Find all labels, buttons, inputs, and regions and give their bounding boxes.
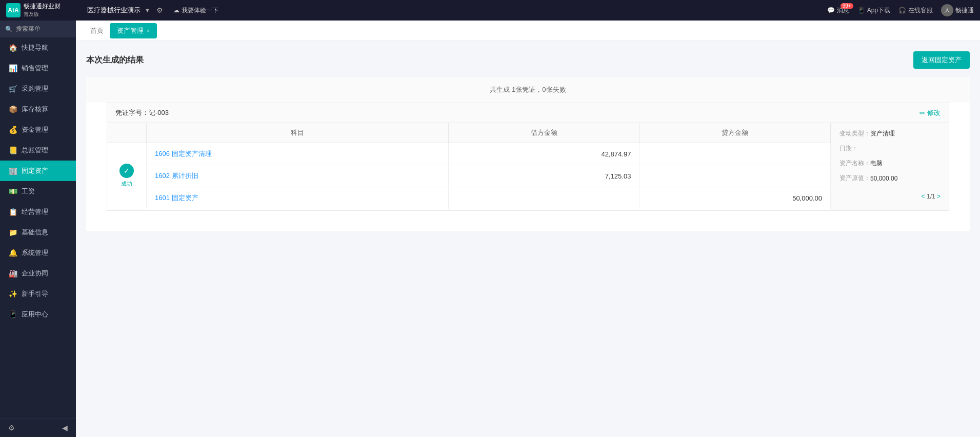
subject-cell: 1601 固定资产 — [147, 187, 449, 209]
message-btn[interactable]: 💬 消息 99+ — [827, 6, 849, 15]
content-area: 首页 资产管理 × 本次生成的结果 返回固定资产 共生成 1张凭证，0张失败 — [76, 21, 980, 437]
system-icon: 🔔 — [8, 249, 17, 257]
status-cell: ✓ 成功 — [107, 143, 147, 209]
top-header: AtA 畅捷通好业财 普及版 医疗器械行业演示 ▼ ⚙ ☁ 我要体验一下 💬 消… — [0, 0, 980, 21]
sidebar-item-basic-info[interactable]: 📁 基础信息 — [0, 222, 76, 243]
app-icon: 📱 — [857, 7, 865, 14]
return-fixed-assets-button[interactable]: 返回固定资产 — [913, 51, 970, 69]
search-icon: 🔍 — [5, 26, 13, 33]
sidebar-search[interactable]: 🔍 搜索菜单 — [0, 21, 76, 37]
subject-link[interactable]: 1601 固定资产 — [155, 194, 198, 202]
change-type-row: 变动类型： 资产清理 — [839, 129, 941, 138]
page-content: 本次生成的结果 返回固定资产 共生成 1张凭证，0张失败 凭证字号：记-003 — [76, 41, 980, 437]
experience-btn[interactable]: ☁ 我要体验一下 — [173, 6, 218, 15]
header-right: 💬 消息 99+ 📱 App下载 🎧 在线客服 人 畅捷通 — [827, 4, 974, 16]
sidebar-item-guide[interactable]: ✨ 新手引导 — [0, 284, 76, 304]
success-status: ✓ 成功 — [115, 160, 138, 192]
voucher-table: 科目 借方金额 贷方金额 — [107, 123, 831, 209]
online-service-btn[interactable]: 🎧 在线客服 — [898, 6, 933, 15]
page-title: 本次生成的结果 — [86, 55, 144, 66]
credit-cell: 50,000.00 — [639, 187, 831, 209]
sidebar-item-system[interactable]: 🔔 系统管理 — [0, 243, 76, 263]
app-download-btn[interactable]: 📱 App下载 — [857, 6, 890, 15]
col-status — [107, 123, 147, 143]
voucher-header: 凭证字号：记-003 ✏ 修改 — [107, 103, 949, 123]
result-panel: 共生成 1张凭证，0张失败 凭证字号：记-003 ✏ 修改 — [86, 77, 970, 231]
experience-icon: ☁ — [173, 7, 179, 14]
col-debit-header: 借方金额 — [448, 123, 639, 143]
tab-home[interactable]: 首页 — [84, 26, 110, 35]
sidebar-item-operations[interactable]: 📋 经营管理 — [0, 202, 76, 222]
inventory-icon: 📦 — [8, 105, 17, 113]
table-row: 1601 固定资产 50,000.00 — [107, 187, 831, 209]
subject-cell: 1602 累计折旧 — [147, 165, 449, 187]
date-row: 日期： — [839, 144, 941, 153]
sidebar-item-app-center[interactable]: 📱 应用中心 — [0, 304, 76, 325]
sidebar-item-purchase[interactable]: 🛒 采购管理 — [0, 78, 76, 99]
summary-bar: 共生成 1张凭证，0张失败 — [86, 77, 970, 103]
tab-asset-management[interactable]: 资产管理 × — [110, 23, 157, 38]
enterprise-icon: 🏭 — [8, 269, 17, 277]
tab-close-icon[interactable]: × — [147, 28, 150, 34]
asset-value-row: 资产原值： 50,000.00 — [839, 174, 941, 183]
voucher-main: 科目 借方金额 贷方金额 — [107, 123, 831, 210]
message-icon: 💬 — [827, 7, 835, 14]
sidebar-item-quick-nav[interactable]: 🏠 快捷导航 — [0, 37, 76, 58]
col-credit-header: 贷方金额 — [639, 123, 831, 143]
page-indicator: 1/1 — [927, 193, 937, 200]
header-middle: 医疗器械行业演示 ▼ ⚙ ☁ 我要体验一下 — [82, 6, 827, 15]
voucher-body: 科目 借方金额 贷方金额 — [107, 123, 949, 210]
logo-icon: AtA — [6, 3, 21, 17]
service-icon: 🎧 — [898, 7, 906, 14]
logo-area: AtA 畅捷通好业财 普及版 — [6, 3, 82, 18]
table-row: ✓ 成功 1606 固定资产清理 — [107, 143, 831, 165]
asset-name-value: 电脑 — [870, 159, 883, 168]
tab-bar: 首页 资产管理 × — [76, 21, 980, 41]
sidebar-item-salary[interactable]: 💵 工资 — [0, 181, 76, 202]
success-label: 成功 — [121, 180, 132, 188]
sidebar-item-inventory[interactable]: 📦 库存核算 — [0, 99, 76, 120]
debit-cell: 7,125.03 — [448, 165, 639, 187]
voucher-side-info: 变动类型： 资产清理 日期： 资产名称： 电脑 — [831, 123, 949, 210]
operations-icon: 📋 — [8, 208, 17, 216]
prev-page-icon[interactable]: < — [922, 193, 925, 200]
asset-original-value: 50,000.00 — [870, 175, 897, 182]
message-badge: 99+ — [841, 3, 853, 9]
bottom-settings-icon[interactable]: ⚙ — [8, 424, 15, 432]
logo-sub: 普及版 — [24, 11, 61, 18]
credit-cell — [639, 143, 831, 165]
sidebar-item-fund[interactable]: 💰 资金管理 — [0, 120, 76, 140]
basic-info-icon: 📁 — [8, 228, 17, 236]
sales-icon: 📊 — [8, 64, 17, 72]
sidebar: 🔍 搜索菜单 🏠 快捷导航 📊 销售管理 🛒 采购管理 📦 库存核算 💰 资金管… — [0, 21, 76, 437]
table-row: 1602 累计折旧 7,125.03 — [107, 165, 831, 187]
subject-link[interactable]: 1602 累计折旧 — [155, 172, 198, 180]
asset-name-row: 资产名称： 电脑 — [839, 159, 941, 168]
edit-icon: ✏ — [919, 109, 925, 117]
company-name: 医疗器械行业演示 — [87, 6, 141, 15]
guide-icon: ✨ — [8, 290, 17, 298]
company-dropdown-icon[interactable]: ▼ — [145, 7, 150, 13]
pagination: < 1/1 > — [839, 189, 941, 204]
sidebar-item-enterprise[interactable]: 🏭 企业协同 — [0, 263, 76, 284]
credit-cell — [639, 165, 831, 187]
success-icon: ✓ — [119, 164, 134, 178]
avatar: 人 — [941, 4, 953, 16]
settings-icon[interactable]: ⚙ — [156, 6, 163, 14]
main-layout: 🔍 搜索菜单 🏠 快捷导航 📊 销售管理 🛒 采购管理 📦 库存核算 💰 资金管… — [0, 21, 980, 437]
sidebar-item-ledger[interactable]: 📒 总账管理 — [0, 140, 76, 161]
voucher-number: 凭证字号：记-003 — [115, 108, 169, 117]
sidebar-item-sales[interactable]: 📊 销售管理 — [0, 58, 76, 78]
col-subject-header: 科目 — [147, 123, 449, 143]
collapse-icon[interactable]: ◀ — [62, 424, 68, 432]
purchase-icon: 🛒 — [8, 85, 17, 93]
sidebar-item-fixed-assets[interactable]: 🏢 固定资产 — [0, 161, 76, 181]
next-page-icon[interactable]: > — [937, 193, 941, 200]
voucher-section: 凭证字号：记-003 ✏ 修改 — [107, 103, 949, 211]
fund-icon: 💰 — [8, 126, 17, 134]
edit-button[interactable]: ✏ 修改 — [919, 108, 941, 117]
debit-cell: 42,874.97 — [448, 143, 639, 165]
user-area[interactable]: 人 畅捷通 — [941, 4, 974, 16]
change-type-value: 资产清理 — [870, 129, 895, 138]
subject-link[interactable]: 1606 固定资产清理 — [155, 150, 212, 157]
